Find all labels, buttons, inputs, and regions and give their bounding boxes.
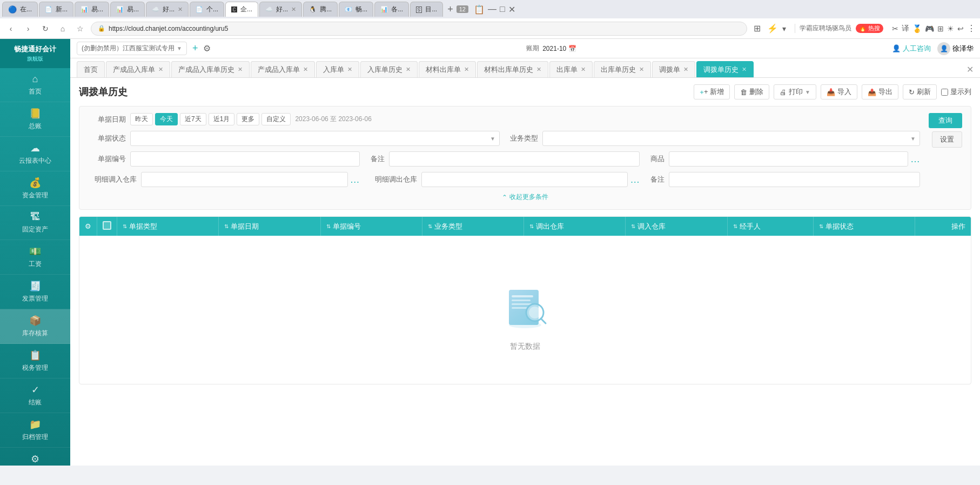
browser-tab-active[interactable]: 🅲 企... xyxy=(225,2,258,17)
tab-menu-btn[interactable]: 📋 xyxy=(474,4,485,15)
th-doc-status[interactable]: ⇅ 单据状态 xyxy=(814,217,915,236)
tab-outbound-history[interactable]: 出库单历史 ✕ xyxy=(594,61,651,77)
sidebar-item-settings[interactable]: ⚙ 基础设置 xyxy=(0,448,70,466)
sidebar-item-close[interactable]: ✓ 结账 xyxy=(0,378,70,413)
type-select-wrapper[interactable] xyxy=(542,131,920,146)
tab-product-inbound-2[interactable]: 产成品入库单 ✕ xyxy=(251,61,315,77)
sidebar-item-inventory[interactable]: 📦 库存核算 xyxy=(0,309,70,344)
sidebar-item-home[interactable]: ⌂ 首页 xyxy=(0,68,70,102)
tab-outbound-history-close[interactable]: ✕ xyxy=(639,66,644,73)
wallet-icon[interactable]: 🥇 xyxy=(912,24,922,33)
collapse-bar[interactable]: ⌃ 收起更多条件 xyxy=(88,189,962,203)
more-date-btn[interactable]: 更多 xyxy=(237,113,259,125)
support-btn[interactable]: 👤 人工咨询 xyxy=(892,44,931,54)
browser-tab-6[interactable]: ☁️ 好... ✕ xyxy=(259,2,302,17)
tab-transfer[interactable]: 调拨单 ✕ xyxy=(652,61,695,77)
undo-icon[interactable]: ↩ xyxy=(957,24,964,33)
tools-icon[interactable]: ✂ xyxy=(892,24,898,33)
back-btn[interactable]: ‹ xyxy=(4,22,17,35)
goods-input[interactable] xyxy=(669,151,908,167)
tab-product-inbound[interactable]: 产成品入库单 ✕ xyxy=(106,61,170,77)
home-btn[interactable]: ⌂ xyxy=(56,22,69,35)
status-select[interactable] xyxy=(130,131,500,146)
refresh-btn[interactable]: ↻ xyxy=(39,22,52,35)
type-select[interactable] xyxy=(542,131,920,146)
sort-doc-status[interactable]: ⇅ 单据状态 xyxy=(819,222,909,231)
week-btn[interactable]: 近7天 xyxy=(180,113,206,125)
tab-product-inbound-history-close[interactable]: ✕ xyxy=(238,66,243,73)
gear-btn[interactable]: ⚙ xyxy=(203,43,211,54)
sort-in-warehouse[interactable]: ⇅ 调入仓库 xyxy=(631,222,721,231)
sidebar-item-invoice[interactable]: 🧾 发票管理 xyxy=(0,275,70,309)
query-btn[interactable]: 查询 xyxy=(929,113,962,128)
th-in-warehouse[interactable]: ⇅ 调入仓库 xyxy=(626,217,727,236)
sidebar-logo[interactable]: 畅捷通好会计 旗舰版 xyxy=(0,39,70,68)
th-doc-type[interactable]: ⇅ 单据类型 xyxy=(117,217,219,236)
tab-inbound[interactable]: 入库单 ✕ xyxy=(316,61,359,77)
show-cols-checkbox[interactable] xyxy=(941,89,948,96)
tab-material-outbound-close[interactable]: ✕ xyxy=(464,66,469,73)
close-all-tabs-btn[interactable]: ✕ xyxy=(960,61,980,77)
nav-dropdown-icon[interactable]: ▾ xyxy=(782,24,786,33)
docno-input[interactable] xyxy=(130,151,360,167)
th-gear[interactable]: ⚙ xyxy=(79,217,97,236)
sidebar-item-assets[interactable]: 🏗 固定资产 xyxy=(0,206,70,240)
extensions-icon[interactable]: ⊞ xyxy=(751,23,763,34)
browser-tab-10[interactable]: 🅂 目... xyxy=(410,2,443,17)
sort-doc-no[interactable]: ⇅ 单据编号 xyxy=(326,222,417,231)
lightning-icon[interactable]: ⚡ xyxy=(767,23,778,34)
browser-tab-7[interactable]: 🐧 腾... xyxy=(303,2,338,17)
company-selector[interactable]: (勿删勿禁用）江西服宝测试专用 ▼ xyxy=(77,42,187,55)
sort-handler[interactable]: ⇅ 经手人 xyxy=(733,222,808,231)
close-window-btn[interactable]: ✕ xyxy=(508,4,515,15)
tab-transfer-history[interactable]: 调拨单历史 ✕ xyxy=(696,61,754,77)
browser-tab-4[interactable]: ☁️ 好... ✕ xyxy=(146,2,189,17)
browser-tab-8[interactable]: 📧 畅... xyxy=(339,2,373,17)
sort-out-warehouse[interactable]: ⇅ 调出仓库 xyxy=(529,222,620,231)
sort-doc-type[interactable]: ⇅ 单据类型 xyxy=(123,222,213,231)
bookmark-btn[interactable]: ☆ xyxy=(73,22,86,35)
minimize-btn[interactable]: — xyxy=(488,4,496,14)
goods-picker-btn[interactable]: … xyxy=(910,154,920,164)
tab-inbound-history-close[interactable]: ✕ xyxy=(406,66,411,73)
grid-icon[interactable]: ⊞ xyxy=(937,24,944,33)
filter-settings-btn[interactable]: 设置 xyxy=(932,131,962,148)
tab-inbound-history[interactable]: 入库单历史 ✕ xyxy=(360,61,418,77)
show-cols-toggle[interactable]: 显示列 xyxy=(941,87,971,97)
out-warehouse-picker-btn[interactable]: … xyxy=(630,175,640,184)
tab-transfer-history-close[interactable]: ✕ xyxy=(742,66,747,73)
add-company-btn[interactable]: + xyxy=(192,43,198,54)
custom-date-btn[interactable]: 自定义 xyxy=(261,113,291,125)
brightness-icon[interactable]: ☀ xyxy=(947,24,954,33)
browser-tab-1[interactable]: 📄 新... xyxy=(39,2,73,17)
sidebar-item-salary[interactable]: 💵 工资 xyxy=(0,240,70,275)
sort-biz-type[interactable]: ⇅ 业务类型 xyxy=(428,222,518,231)
maximize-btn[interactable]: □ xyxy=(500,4,505,14)
tab-inbound-close[interactable]: ✕ xyxy=(347,66,352,73)
tab-product-inbound-close[interactable]: ✕ xyxy=(158,66,163,73)
sort-doc-date[interactable]: ⇅ 单据日期 xyxy=(224,222,314,231)
sidebar-item-ledger[interactable]: 📒 总账 xyxy=(0,102,70,137)
browser-tab-5[interactable]: 📄 个... xyxy=(190,2,224,17)
tab-material-outbound-history[interactable]: 材料出库单历史 ✕ xyxy=(477,61,548,77)
forward-btn[interactable]: › xyxy=(22,22,35,35)
status-select-wrapper[interactable] xyxy=(130,131,500,146)
sidebar-item-reports[interactable]: ☁ 云报表中心 xyxy=(0,137,70,171)
translate-icon[interactable]: 译 xyxy=(902,24,909,34)
new-btn[interactable]: + + 新增 xyxy=(694,84,730,99)
sidebar-item-archive[interactable]: 📁 归档管理 xyxy=(0,413,70,448)
user-info[interactable]: 👤 徐泽华 xyxy=(937,42,974,55)
yesterday-btn[interactable]: 昨天 xyxy=(130,113,153,125)
refresh-btn[interactable]: ↻ 刷新 xyxy=(903,84,937,99)
tab-material-outbound-history-close[interactable]: ✕ xyxy=(536,66,541,73)
calendar-icon[interactable]: 📅 xyxy=(568,45,576,52)
th-doc-date[interactable]: ⇅ 单据日期 xyxy=(219,217,320,236)
today-btn[interactable]: 今天 xyxy=(155,113,178,125)
import-btn[interactable]: 📥 导入 xyxy=(821,84,857,99)
tab-product-inbound-2-close[interactable]: ✕ xyxy=(303,66,308,73)
th-biz-type[interactable]: ⇅ 业务类型 xyxy=(422,217,523,236)
new-tab-btn[interactable]: + xyxy=(447,4,453,15)
tab-material-outbound[interactable]: 材料出库单 ✕ xyxy=(419,61,476,77)
select-all-checkbox[interactable] xyxy=(103,221,111,230)
tab-home[interactable]: 首页 xyxy=(77,61,105,77)
